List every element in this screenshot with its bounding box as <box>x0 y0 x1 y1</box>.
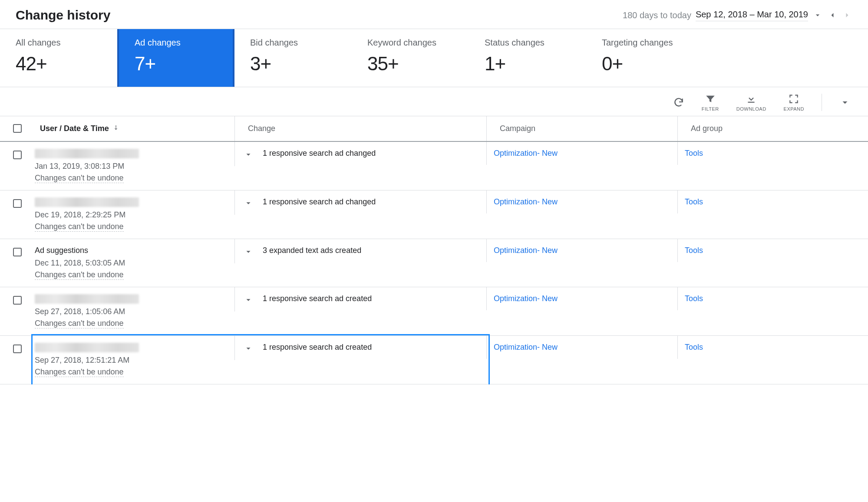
undo-note: Changes can't be undone <box>35 319 124 328</box>
select-all-checkbox[interactable] <box>13 124 22 133</box>
tab-value: 0+ <box>602 53 684 75</box>
download-button[interactable]: DOWNLOAD <box>736 93 766 112</box>
tab-label: Bid changes <box>250 38 333 48</box>
download-icon <box>746 93 757 105</box>
change-datetime: Dec 19, 2018, 2:29:25 PM <box>35 210 226 220</box>
col-change-label: Change <box>248 124 275 133</box>
tab-value: 3+ <box>250 53 333 75</box>
undo-note: Changes can't be undone <box>35 270 124 280</box>
expand-row-icon[interactable] <box>244 198 253 208</box>
campaign-link[interactable]: Optimization- New <box>494 294 558 303</box>
tab-value: 35+ <box>367 53 450 75</box>
col-user[interactable]: User / Date & Time <box>35 116 234 141</box>
expand-row-icon[interactable] <box>244 150 253 159</box>
undo-note: Changes can't be undone <box>35 222 124 232</box>
refresh-icon <box>673 97 684 108</box>
date-range-label: 180 days to today <box>623 10 691 20</box>
campaign-link[interactable]: Optimization- New <box>494 197 558 206</box>
more-toolbar-button[interactable] <box>839 97 851 108</box>
row-checkbox[interactable] <box>13 151 22 159</box>
tab-value: 1+ <box>485 53 567 75</box>
filter-button[interactable]: FILTER <box>702 93 719 112</box>
change-description: 1 responsive search ad created <box>263 294 372 303</box>
expand-icon <box>788 93 799 105</box>
col-user-label: User / Date & Time <box>40 124 109 133</box>
adgroup-link[interactable]: Tools <box>685 149 703 157</box>
expand-row-icon[interactable] <box>244 295 253 305</box>
adgroup-link[interactable]: Tools <box>685 246 703 255</box>
user-name: Ad suggestions <box>35 246 226 255</box>
tab-value: 7+ <box>135 53 214 75</box>
col-adgroup-label: Ad group <box>691 124 723 133</box>
date-range-value: Sep 12, 2018 – Mar 10, 2019 <box>696 10 808 21</box>
tab-label: All changes <box>16 38 98 48</box>
expand-button[interactable]: EXPAND <box>784 93 804 112</box>
table-row: Sep 27, 2018, 12:51:21 AMChanges can't b… <box>0 336 868 384</box>
expand-row-icon[interactable] <box>244 247 253 256</box>
tab-status-changes[interactable]: Status changes1+ <box>469 29 586 87</box>
tab-targeting-changes[interactable]: Targeting changes0+ <box>586 29 703 87</box>
campaign-link[interactable]: Optimization- New <box>494 343 558 351</box>
undo-note: Changes can't be undone <box>35 174 124 183</box>
toolbar-separator <box>822 94 822 111</box>
refresh-button[interactable] <box>673 97 684 108</box>
change-datetime: Jan 13, 2019, 3:08:13 PM <box>35 162 226 171</box>
tab-all-changes[interactable]: All changes42+ <box>0 29 117 87</box>
tab-label: Keyword changes <box>367 38 450 48</box>
sort-desc-icon <box>112 124 119 133</box>
col-campaign[interactable]: Campaign <box>486 116 677 141</box>
change-description: 1 responsive search ad created <box>263 343 372 352</box>
change-description: 1 responsive search ad changed <box>263 149 376 158</box>
date-range-picker[interactable]: 180 days to today Sep 12, 2018 – Mar 10,… <box>623 10 852 21</box>
filter-icon <box>705 93 716 105</box>
row-checkbox[interactable] <box>13 248 22 256</box>
chevron-down-icon <box>839 97 851 108</box>
change-description: 1 responsive search ad changed <box>263 197 376 207</box>
col-campaign-label: Campaign <box>500 124 535 133</box>
user-name-redacted <box>35 343 139 352</box>
table-toolbar: FILTER DOWNLOAD EXPAND <box>0 87 868 116</box>
filter-label: FILTER <box>702 106 719 112</box>
tab-label: Status changes <box>485 38 567 48</box>
adgroup-link[interactable]: Tools <box>685 343 703 351</box>
tab-value: 42+ <box>16 53 98 75</box>
user-name-redacted <box>35 294 139 304</box>
row-checkbox[interactable] <box>13 345 22 353</box>
table-row: Jan 13, 2019, 3:08:13 PMChanges can't be… <box>0 142 868 190</box>
campaign-link[interactable]: Optimization- New <box>494 246 558 255</box>
download-label: DOWNLOAD <box>736 106 766 112</box>
change-datetime: Sep 27, 2018, 12:51:21 AM <box>35 356 226 365</box>
change-datetime: Dec 11, 2018, 5:03:05 AM <box>35 259 226 268</box>
tab-label: Targeting changes <box>602 38 684 48</box>
prev-period-icon[interactable] <box>827 10 838 20</box>
change-datetime: Sep 27, 2018, 1:05:06 AM <box>35 307 226 316</box>
adgroup-link[interactable]: Tools <box>685 294 703 303</box>
expand-label: EXPAND <box>784 106 804 112</box>
user-name-redacted <box>35 149 139 158</box>
chevron-down-icon[interactable] <box>812 10 823 20</box>
page-title: Change history <box>16 8 110 23</box>
tab-label: Ad changes <box>135 38 214 48</box>
col-adgroup[interactable]: Ad group <box>677 116 868 141</box>
next-period-icon[interactable] <box>842 10 852 20</box>
row-checkbox[interactable] <box>13 296 22 305</box>
tab-keyword-changes[interactable]: Keyword changes35+ <box>352 29 469 87</box>
expand-row-icon[interactable] <box>244 344 253 353</box>
adgroup-link[interactable]: Tools <box>685 197 703 206</box>
campaign-link[interactable]: Optimization- New <box>494 149 558 157</box>
tab-ad-changes[interactable]: Ad changes7+ <box>117 29 234 87</box>
user-name-redacted <box>35 197 139 207</box>
change-description: 3 expanded text ads created <box>263 246 361 255</box>
table-row: Sep 27, 2018, 1:05:06 AMChanges can't be… <box>0 287 868 336</box>
change-type-tabs: All changes42+Ad changes7+Bid changes3+K… <box>0 29 868 87</box>
tab-bid-changes[interactable]: Bid changes3+ <box>234 29 352 87</box>
table-header-row: User / Date & Time Change Campaign Ad gr… <box>0 116 868 142</box>
col-change[interactable]: Change <box>234 116 486 141</box>
table-row: Dec 19, 2018, 2:29:25 PMChanges can't be… <box>0 190 868 239</box>
table-row: Ad suggestionsDec 11, 2018, 5:03:05 AMCh… <box>0 239 868 287</box>
undo-note: Changes can't be undone <box>35 367 124 377</box>
row-checkbox[interactable] <box>13 199 22 208</box>
